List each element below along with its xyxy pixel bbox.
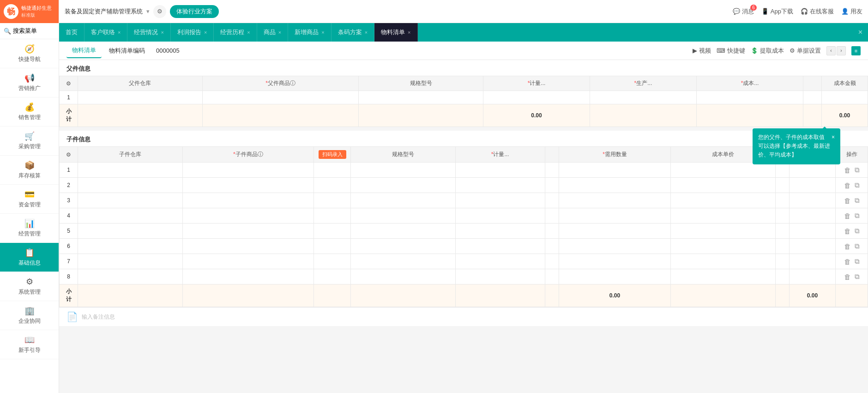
app-download-item[interactable]: 📱 App下载	[761, 7, 793, 16]
child-row-3-copy[interactable]: ⧉	[855, 196, 860, 205]
child-row-7-product[interactable]	[182, 254, 314, 269]
sidebar-item-sales[interactable]: 💰 销售管理	[0, 97, 59, 127]
child-row-6-copy[interactable]: ⧉	[855, 242, 860, 250]
parent-row-1-warehouse[interactable]	[78, 91, 203, 104]
child-row-2-delete[interactable]: 🗑	[844, 181, 851, 189]
tab-products-close[interactable]: ×	[278, 30, 281, 35]
sidebar-item-operations[interactable]: 📊 经营管理	[0, 214, 59, 243]
cost-btn[interactable]: 💲 提取成本	[751, 47, 784, 55]
child-row-4-product[interactable]	[182, 208, 314, 224]
child-row-5-qty[interactable]	[559, 224, 671, 239]
child-row-4-copy[interactable]: ⧉	[855, 212, 860, 220]
tab-customer-close[interactable]: ×	[118, 30, 121, 35]
child-row-3-delete[interactable]: 🗑	[844, 197, 851, 205]
child-row-6-warehouse[interactable]	[78, 239, 183, 254]
video-btn[interactable]: ▶ 视频	[693, 47, 711, 55]
child-row-8-delete[interactable]: 🗑	[844, 273, 851, 281]
tab-bom[interactable]: 物料清单 ×	[374, 23, 417, 42]
child-row-8-copy[interactable]: ⧉	[855, 272, 860, 281]
child-row-3-qty[interactable]	[559, 193, 671, 208]
tab-history-close[interactable]: ×	[247, 30, 250, 35]
tooltip-close-btn[interactable]: ×	[832, 133, 835, 142]
sub-nav-bom[interactable]: 物料清单	[66, 43, 102, 58]
tab-history[interactable]: 经营历程 ×	[214, 23, 257, 42]
child-row-2-copy[interactable]: ⧉	[855, 181, 860, 189]
child-row-5-warehouse[interactable]	[78, 224, 183, 239]
child-row-3-product[interactable]	[182, 193, 314, 208]
child-row-2-product[interactable]	[182, 178, 314, 193]
sidebar-item-finance[interactable]: 💳 资金管理	[0, 185, 59, 214]
child-row-1-spec[interactable]	[351, 163, 456, 178]
tab-profit[interactable]: 利润报告 ×	[171, 23, 214, 42]
child-row-2-qty[interactable]	[559, 178, 671, 193]
child-row-1-qty[interactable]	[559, 163, 671, 178]
child-row-8-unit[interactable]	[455, 269, 545, 284]
tab-add-product[interactable]: 新增商品 ×	[288, 23, 331, 42]
child-row-2-unit-cost[interactable]	[671, 178, 776, 193]
child-row-6-unit[interactable]	[455, 239, 545, 254]
parent-th-gear[interactable]: ⚙	[60, 76, 78, 91]
tab-barcode-close[interactable]: ×	[365, 30, 368, 35]
try-plan-button[interactable]: 体验行业方案	[170, 5, 219, 18]
child-row-8-qty[interactable]	[559, 269, 671, 284]
gear-button[interactable]: ⚙	[153, 5, 166, 18]
child-row-3-unit-cost[interactable]	[671, 193, 776, 208]
doc-settings-btn[interactable]: ⚙ 单据设置	[790, 47, 821, 55]
tab-add-product-close[interactable]: ×	[321, 30, 324, 35]
parent-row-1-unit[interactable]	[483, 91, 590, 104]
child-row-6-delete[interactable]: 🗑	[844, 242, 851, 250]
parent-row-1-production[interactable]	[590, 91, 696, 104]
scroll-area[interactable]: × 您的父件、子件的成本取值可以选择【参考成本、最新进价、平均成本】 父件信息 …	[59, 60, 868, 393]
tab-nav-close[interactable]: ×	[853, 28, 868, 36]
parent-row-1-cost[interactable]	[696, 91, 803, 104]
child-row-1-unit-cost[interactable]	[671, 163, 776, 178]
child-row-3-unit[interactable]	[455, 193, 545, 208]
child-row-2-spec[interactable]	[351, 178, 456, 193]
child-row-8-warehouse[interactable]	[78, 269, 183, 284]
online-service-item[interactable]: 🎧 在线客服	[801, 7, 834, 16]
child-row-4-unit[interactable]	[455, 208, 545, 224]
child-row-5-unit[interactable]	[455, 224, 545, 239]
child-row-5-spec[interactable]	[351, 224, 456, 239]
parent-row-1-spec[interactable]	[359, 91, 483, 104]
child-row-4-unit-cost[interactable]	[671, 208, 776, 224]
child-row-7-copy[interactable]: ⧉	[855, 257, 860, 266]
child-row-7-spec[interactable]	[351, 254, 456, 269]
child-row-4-qty[interactable]	[559, 208, 671, 224]
child-row-1-unit[interactable]	[455, 163, 545, 178]
child-row-3-warehouse[interactable]	[78, 193, 183, 208]
grid-view-btn[interactable]: ≡	[851, 46, 861, 55]
child-row-4-spec[interactable]	[351, 208, 456, 224]
child-row-5-delete[interactable]: 🗑	[844, 227, 851, 235]
tab-home[interactable]: 首页	[59, 23, 84, 42]
message-item[interactable]: 💬 消息 6	[733, 7, 754, 16]
sidebar-item-marketing[interactable]: 📢 营销推广	[0, 68, 59, 97]
sidebar-item-system[interactable]: ⚙ 系统管理	[0, 272, 59, 301]
child-row-2-unit[interactable]	[455, 178, 545, 193]
sidebar-item-quick-nav[interactable]: 🧭 快捷导航	[0, 39, 59, 68]
child-row-7-qty[interactable]	[559, 254, 671, 269]
child-row-7-warehouse[interactable]	[78, 254, 183, 269]
child-row-6-spec[interactable]	[351, 239, 456, 254]
dropdown-arrow[interactable]: ▾	[146, 8, 150, 15]
child-row-7-unit-cost[interactable]	[671, 254, 776, 269]
child-row-5-copy[interactable]: ⧉	[855, 227, 860, 235]
tab-profit-close[interactable]: ×	[204, 30, 207, 35]
prev-btn[interactable]: ‹	[826, 46, 836, 55]
child-row-1-delete[interactable]: 🗑	[844, 166, 851, 174]
sub-nav-bom-code[interactable]: 物料清单编码	[103, 44, 151, 58]
scan-btn[interactable]: 扫码录入	[319, 150, 346, 159]
child-row-8-product[interactable]	[182, 269, 314, 284]
child-row-6-unit-cost[interactable]	[671, 239, 776, 254]
shortcut-btn[interactable]: ⌨ 快捷键	[717, 47, 745, 55]
tab-customer[interactable]: 客户联络 ×	[84, 23, 127, 42]
next-btn[interactable]: ›	[837, 46, 846, 55]
tab-products[interactable]: 商品 ×	[257, 23, 288, 42]
child-row-7-delete[interactable]: 🗑	[844, 258, 851, 266]
sidebar-item-guide[interactable]: 📖 新手引导	[0, 330, 59, 359]
child-row-5-product[interactable]	[182, 224, 314, 239]
child-row-8-unit-cost[interactable]	[671, 269, 776, 284]
child-row-1-warehouse[interactable]	[78, 163, 183, 178]
tab-business[interactable]: 经营情况 ×	[127, 23, 170, 42]
search-menu-item[interactable]: 🔍 搜索菜单	[0, 23, 59, 39]
